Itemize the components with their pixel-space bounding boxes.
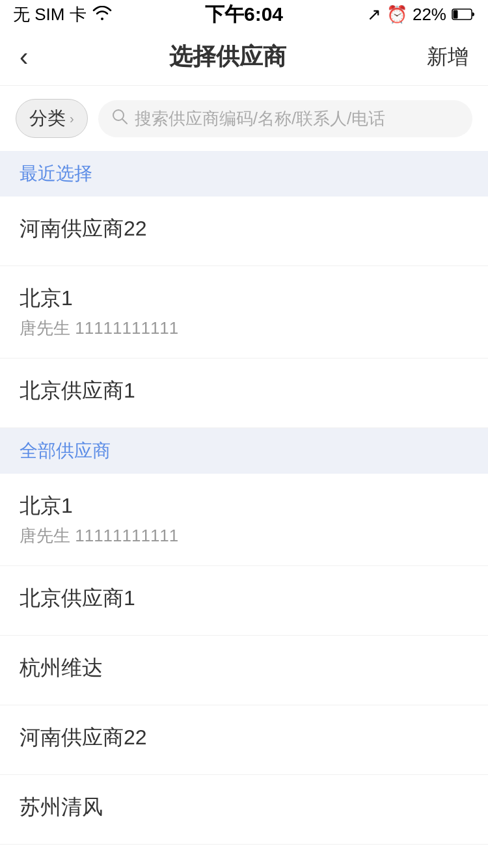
svg-rect-1 bbox=[454, 10, 458, 18]
supplier-list: 最近选择河南供应商22北京1唐先生 11111111111北京供应商1全部供应商… bbox=[0, 151, 488, 845]
chevron-right-icon: › bbox=[70, 111, 74, 126]
status-left: 无 SIM 卡 bbox=[13, 3, 113, 26]
list-item[interactable]: 河南供应商22 bbox=[0, 197, 488, 266]
search-icon bbox=[111, 108, 128, 129]
category-label: 分类 bbox=[29, 106, 66, 131]
section-header-all: 全部供应商 bbox=[0, 428, 488, 474]
status-bar: 无 SIM 卡 下午6:04 ↗ ⏰ 22% bbox=[0, 0, 488, 29]
supplier-sub: 唐先生 11111111111 bbox=[20, 524, 468, 547]
add-button[interactable]: 新增 bbox=[427, 43, 468, 72]
sim-status: 无 SIM 卡 bbox=[13, 3, 87, 26]
supplier-name: 河南供应商22 bbox=[20, 724, 468, 752]
list-item[interactable]: 北京供应商1 bbox=[0, 566, 488, 636]
supplier-name: 苏州清风 bbox=[20, 793, 468, 822]
wifi-icon bbox=[92, 4, 113, 25]
supplier-name: 北京供应商1 bbox=[20, 377, 468, 405]
battery-icon bbox=[452, 5, 475, 25]
section-header-label-all: 全部供应商 bbox=[20, 441, 111, 461]
nav-bar: ‹ 选择供应商 新增 bbox=[0, 29, 488, 86]
battery-percent: 22% bbox=[413, 5, 446, 25]
list-item[interactable]: 北京1唐先生 11111111111 bbox=[0, 474, 488, 566]
supplier-name: 北京1 bbox=[20, 492, 468, 521]
section-header-recent: 最近选择 bbox=[0, 151, 488, 197]
supplier-name: 北京1 bbox=[20, 284, 468, 313]
category-button[interactable]: 分类 › bbox=[16, 99, 88, 138]
status-right: ↗ ⏰ 22% bbox=[367, 5, 475, 25]
supplier-name: 河南供应商22 bbox=[20, 215, 468, 243]
supplier-name: 杭州维达 bbox=[20, 654, 468, 683]
search-wrapper bbox=[98, 100, 472, 137]
location-icon: ↗ bbox=[367, 5, 381, 25]
section-header-label-recent: 最近选择 bbox=[20, 163, 92, 183]
search-input[interactable] bbox=[135, 109, 459, 129]
back-button[interactable]: ‹ bbox=[20, 42, 28, 72]
list-item[interactable]: 河南供应商22 bbox=[0, 705, 488, 775]
list-item[interactable]: 北京供应商1 bbox=[0, 359, 488, 428]
page-title: 选择供应商 bbox=[169, 41, 286, 73]
alarm-icon: ⏰ bbox=[386, 5, 407, 25]
supplier-sub: 唐先生 11111111111 bbox=[20, 317, 468, 340]
time-display: 下午6:04 bbox=[205, 1, 283, 28]
list-item[interactable]: 杭州维达 bbox=[0, 636, 488, 705]
list-item[interactable]: 苏州清风 bbox=[0, 775, 488, 845]
supplier-name: 北京供应商1 bbox=[20, 584, 468, 613]
list-item[interactable]: 北京1唐先生 11111111111 bbox=[0, 266, 488, 359]
svg-line-3 bbox=[122, 119, 127, 124]
search-bar: 分类 › bbox=[0, 86, 488, 151]
